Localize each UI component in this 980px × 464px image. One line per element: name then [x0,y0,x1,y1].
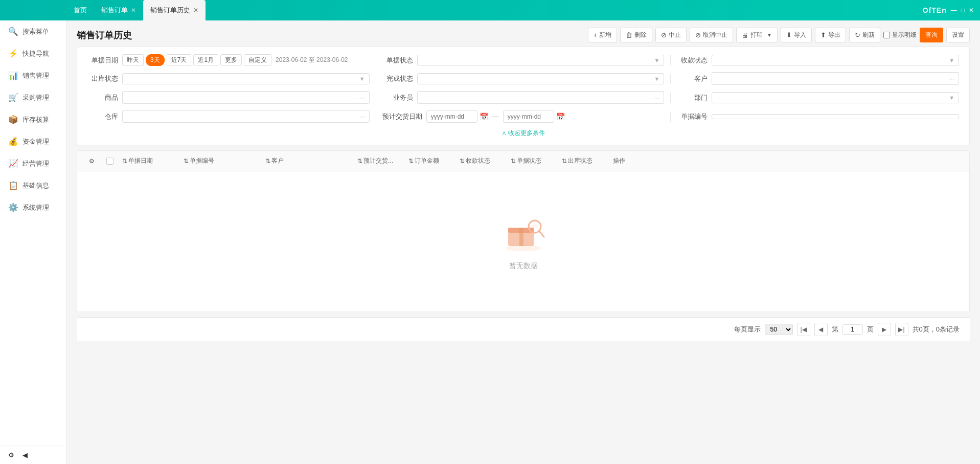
th-delivery[interactable]: ⇅ 预计交货... [353,157,404,165]
print-dropdown-icon: ▼ [767,32,772,38]
print-button[interactable]: 🖨 打印 ▼ [736,28,778,42]
dept-select[interactable]: ▼ [712,92,959,103]
page-number-input[interactable] [842,324,863,335]
sidebar-item-search[interactable]: 🔍 搜索菜单 [0,20,66,42]
stop-button[interactable]: ⊘ 中止 [655,28,687,42]
customer-label: 客户 [677,74,708,83]
order-no-input[interactable] [712,114,959,119]
delivery-date-label: 预计交货日期 [382,112,422,121]
last-page-btn[interactable]: ▶| [895,323,908,336]
product-label: 商品 [87,93,118,102]
sys-icon: ⚙️ [8,203,18,212]
display-toggle-checkbox[interactable] [883,32,890,38]
export-button[interactable]: ⬆ 导出 [815,28,846,42]
receipt-status-select[interactable]: ▼ [712,55,959,66]
th-receipt-status[interactable]: ⇅ 收款状态 [455,157,507,165]
tab-sales-order[interactable]: 销售订单 ✕ [94,0,143,20]
calendar-to-icon[interactable]: 📅 [556,113,565,121]
filter-outbound: 出库状态 ▼ [87,73,370,84]
settings-button[interactable]: 设置 [946,28,970,42]
sales-icon: 📊 [8,71,18,80]
th-customer[interactable]: ⇅ 客户 [261,157,353,165]
first-page-btn[interactable]: |◀ [797,323,810,336]
filter-customer: 客户 ··· [677,72,959,85]
filter-order-status: 单据状态 ▼ [382,55,665,66]
th-amount[interactable]: ⇅ 订单金额 [404,157,455,165]
th-outbound[interactable]: ⇅ 出库状态 [558,157,609,165]
collapse-up-icon: ∧ [502,129,507,137]
customer-control: ··· [712,72,959,85]
date-label: 单据日期 [87,56,118,65]
select-all-checkbox[interactable] [106,158,113,165]
inventory-icon: 📦 [8,115,18,124]
sidebar-item-sales[interactable]: 📊 销售管理 [0,64,66,86]
th-order-status[interactable]: ⇅ 单据状态 [507,157,558,165]
tab-home[interactable]: 首页 [66,0,94,20]
per-page-select[interactable]: 50 10 20 100 [765,324,793,335]
filter-divider-5 [376,93,376,103]
window-max-btn[interactable]: □ [961,7,965,14]
sidebar-settings-icon[interactable]: ⚙ [8,451,14,459]
customer-input[interactable]: ··· [712,72,959,85]
display-toggle[interactable]: 显示明细 [883,31,917,39]
new-button[interactable]: + 新增 [588,28,618,42]
complete-select[interactable]: ▼ [417,73,665,84]
delete-button[interactable]: 🗑 删除 [620,28,652,42]
order-status-control: ▼ [417,55,665,66]
warehouse-input[interactable]: ··· [122,110,370,123]
sidebar-item-purchase[interactable]: 🛒 采购管理 [0,86,66,108]
tab-sales-history-close[interactable]: ✕ [193,7,198,14]
svg-line-5 [539,231,544,237]
import-button[interactable]: ⬇ 导入 [781,28,812,42]
stop-icon: ⊘ [661,31,667,39]
prev-page-btn[interactable]: ◀ [814,323,828,336]
outbound-control: ▼ [122,73,370,84]
page-label-pre: 第 [832,325,838,334]
filter-divider-2 [670,55,671,65]
collapse-button[interactable]: ∧ 收起更多条件 [502,129,545,137]
date-7days-btn[interactable]: 近7天 [167,54,192,66]
tab-sales-order-close[interactable]: ✕ [131,7,136,14]
delivery-date-to[interactable] [503,111,554,123]
th-date[interactable]: ⇅ 单据日期 [118,157,179,165]
window-min-btn[interactable]: — [951,7,957,14]
th-order-no[interactable]: ⇅ 单据编号 [179,157,261,165]
refresh-button[interactable]: ↻ 刷新 [849,28,880,42]
dept-chevron: ▼ [949,95,954,101]
cancel-stop-button[interactable]: ⊘ 取消中止 [690,28,733,42]
th-settings[interactable]: ⚙ [81,158,102,165]
calendar-from-icon[interactable]: 📅 [480,113,488,121]
filter-product: 商品 ··· [87,91,370,104]
product-input[interactable]: ··· [122,91,370,104]
sidebar-item-quick-nav[interactable]: ⚡ 快捷导航 [0,42,66,64]
sidebar-collapse-icon[interactable]: ◀ [22,451,28,459]
th-action: 操作 [609,157,965,165]
filter-area: 单据日期 昨天 3天 近7天 近1月 更多 自定义 2023-06-02 至 2… [77,47,970,145]
sort-icon-delivery: ⇅ [357,158,362,165]
th-check[interactable] [102,158,118,165]
sidebar-item-sys[interactable]: ⚙️ 系统管理 [0,196,66,218]
sidebar-item-base-info[interactable]: 📋 基础信息 [0,174,66,196]
sidebar-item-finance[interactable]: 💰 资金管理 [0,130,66,152]
sidebar-item-operations[interactable]: 📈 经营管理 [0,152,66,174]
salesperson-input[interactable]: ··· [417,91,665,104]
date-1month-btn[interactable]: 近1月 [193,54,218,66]
outbound-select[interactable]: ▼ [122,73,370,84]
delivery-date-from[interactable] [426,111,477,123]
sidebar-bottom: ⚙ ◀ [0,446,66,464]
date-3days-btn[interactable]: 3天 [146,54,165,66]
dept-control: ▼ [712,92,959,103]
next-page-btn[interactable]: ▶ [878,323,891,336]
date-custom-btn[interactable]: 自定义 [244,54,271,66]
order-status-select[interactable]: ▼ [417,55,665,66]
date-yesterday-btn[interactable]: 昨天 [122,54,144,66]
sidebar-item-inventory[interactable]: 📦 库存核算 [0,108,66,130]
sort-icon-date: ⇅ [122,158,127,165]
date-more-btn[interactable]: 更多 [220,54,242,66]
query-button[interactable]: 查询 [920,28,943,42]
window-close-btn[interactable]: ✕ [969,7,974,14]
filter-order-no: 单据编号 [677,112,959,121]
svg-rect-3 [519,228,523,246]
tab-sales-history[interactable]: 销售订单历史 ✕ [143,0,206,20]
order-status-chevron: ▼ [654,57,659,63]
